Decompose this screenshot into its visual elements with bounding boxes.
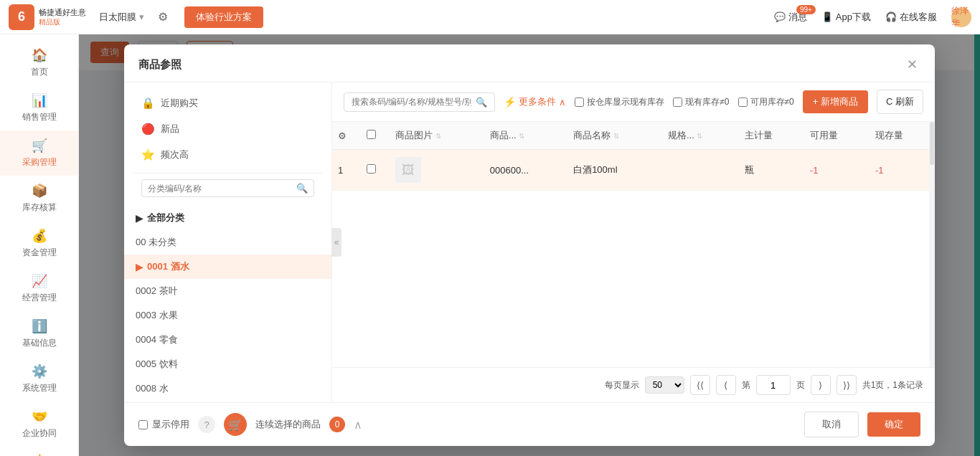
tree-item-tea[interactable]: 0002 茶叶 — [124, 279, 331, 303]
add-product-button[interactable]: + 新增商品 — [803, 90, 868, 113]
page-number-input[interactable] — [756, 375, 791, 395]
prev-page-btn[interactable]: ⟨ — [716, 375, 736, 395]
td-spec — [662, 150, 739, 191]
sidebar-item-sales[interactable]: 📊 销售管理 — [0, 85, 78, 130]
confirm-button[interactable]: 确定 — [867, 412, 920, 437]
lock-circle-icon: 🔒 — [141, 97, 155, 110]
tree-item-all[interactable]: ▶ 全部分类 — [124, 206, 331, 230]
modal-body: 🔒 近期购买 🔴 新品 ⭐ 频次高 — [124, 82, 935, 402]
triangle-icon: ▶ — [136, 213, 143, 224]
show-disabled-checkbox[interactable] — [138, 420, 148, 429]
available-stock-checkbox[interactable] — [738, 98, 748, 107]
tree-item-fruit[interactable]: 0003 水果 — [124, 303, 331, 328]
quick-filter-area: 🔒 近期购买 🔴 新品 ⭐ 频次高 — [124, 82, 331, 203]
page-label: 第 — [742, 379, 750, 391]
operations-icon: 📈 — [32, 273, 47, 289]
help-icon[interactable]: ? — [198, 416, 215, 433]
message-nav-item[interactable]: 💬 消息 99+ — [774, 11, 807, 24]
modal-header: 商品参照 ✕ — [124, 44, 935, 82]
sort-icon: ⇅ — [697, 132, 702, 140]
show-disabled-check[interactable]: 显示停用 — [138, 418, 189, 431]
th-image: 商品图片 ⇅ — [390, 122, 484, 150]
phone-icon: 📱 — [821, 11, 833, 22]
sidebar-item-home[interactable]: 🏠 首页 — [0, 40, 78, 85]
cart-icon[interactable]: 🛒 — [224, 413, 247, 436]
high-freq-filter[interactable]: ⭐ 频次高 — [133, 143, 323, 167]
left-panel: 🔒 近期购买 🔴 新品 ⭐ 频次高 — [124, 82, 332, 402]
more-filters-btn[interactable]: ⚡ 更多条件 ∧ — [504, 95, 566, 108]
modal-footer: 显示停用 ? 🛒 连续选择的商品 0 ∧ 取消 确定 — [124, 402, 935, 446]
sidebar-item-purchase[interactable]: 🛒 采购管理 — [0, 130, 78, 176]
tree-item-liquor[interactable]: ▶ 0001 酒水 — [124, 255, 331, 279]
td-unit: 瓶 — [739, 150, 804, 191]
row-checkbox[interactable] — [367, 164, 376, 174]
funnel-icon: ⚡ — [504, 96, 516, 108]
product-image: 🖼 — [395, 157, 421, 183]
sidebar-item-system[interactable]: ⚙️ 系统管理 — [0, 356, 78, 402]
try-industry-button[interactable]: 体验行业方案 — [184, 6, 263, 28]
close-icon[interactable]: ✕ — [903, 56, 920, 73]
cancel-button[interactable]: 取消 — [804, 412, 859, 437]
th-settings[interactable]: ⚙ — [332, 122, 361, 150]
warehouse-stock-checkbox[interactable] — [575, 98, 584, 107]
sort-icon: ⇅ — [613, 132, 619, 140]
logo-icon: 6 — [9, 4, 34, 30]
search-icon[interactable]: 🔍 — [296, 183, 308, 194]
product-search-input[interactable] — [352, 97, 471, 107]
last-page-btn[interactable]: ⟩⟩ — [837, 375, 857, 395]
triangle-selected-icon: ▶ — [136, 262, 143, 272]
per-page-select[interactable]: 50 100 200 — [645, 376, 684, 394]
sales-icon: 📊 — [32, 92, 47, 108]
search-submit-icon[interactable]: 🔍 — [476, 97, 487, 108]
system-icon: ⚙️ — [32, 364, 47, 379]
message-icon: 💬 — [774, 11, 786, 22]
td-code: 000600... — [484, 150, 567, 191]
sidebar-item-basic-info[interactable]: ℹ️ 基础信息 — [0, 311, 78, 356]
service-nav-item[interactable]: 🎧 在线客服 — [885, 11, 937, 24]
table-row[interactable]: 1 🖼 — [332, 150, 935, 191]
star-icon: ⭐ — [141, 148, 155, 161]
td-checkbox[interactable] — [361, 150, 390, 191]
sidebar-item-collab[interactable]: 🤝 企业协同 — [0, 402, 78, 447]
tree-item-snack[interactable]: 0004 零食 — [124, 328, 331, 352]
collapse-panel-btn[interactable]: « — [331, 228, 341, 257]
purchase-icon: 🛒 — [32, 138, 47, 153]
sidebar-item-guide[interactable]: 🔆 新手引导 — [0, 447, 78, 456]
recent-buy-filter[interactable]: 🔒 近期购买 — [133, 91, 323, 115]
product-table-area: ⚙ 商品图片 ⇅ — [332, 122, 935, 367]
th-name: 商品名称 ⇅ — [567, 122, 662, 150]
app-download-nav-item[interactable]: 📱 App下载 — [821, 11, 871, 24]
warehouse-stock-check[interactable]: 按仓库显示现有库存 — [575, 96, 664, 108]
new-product-filter[interactable]: 🔴 新品 — [133, 117, 323, 141]
avatar[interactable]: 徐泽华 — [951, 7, 971, 27]
current-stock-checkbox[interactable] — [673, 98, 682, 107]
th-unit: 主计量 — [739, 122, 804, 150]
tree-item-drinks[interactable]: 0005 饮料 — [124, 352, 331, 376]
td-no: 1 — [332, 150, 361, 191]
settings-icon[interactable]: ⚙ — [153, 7, 173, 27]
sidebar-item-inventory[interactable]: 📦 库存核算 — [0, 176, 78, 221]
select-all-checkbox[interactable] — [367, 130, 376, 139]
store-selector[interactable]: 日太阳膜 ▾ — [99, 11, 144, 24]
image-icon: 🖼 — [402, 163, 415, 178]
collab-icon: 🤝 — [32, 409, 47, 424]
available-stock-check[interactable]: 可用库存≠0 — [738, 96, 794, 108]
top-nav: 6 畅捷通好生意 精品版 日太阳膜 ▾ ⚙ 体验行业方案 💬 消息 99+ 📱 … — [0, 0, 980, 34]
tree-item-unclassified[interactable]: 00 未分类 — [124, 230, 331, 255]
category-search-input[interactable] — [148, 184, 296, 194]
next-page-btn[interactable]: ⟩ — [811, 375, 831, 395]
tree-item-water[interactable]: 0008 水 — [124, 376, 331, 401]
sidebar-item-operations[interactable]: 📈 经营管理 — [0, 266, 78, 311]
right-panel: 🔍 ⚡ 更多条件 ∧ 按仓库显示现有库存 — [332, 82, 935, 402]
current-stock-check[interactable]: 现有库存≠0 — [673, 96, 729, 108]
filter-bar: 🔍 ⚡ 更多条件 ∧ 按仓库显示现有库存 — [332, 82, 935, 122]
table-scrollbar[interactable] — [929, 122, 935, 367]
expand-icon[interactable]: ∧ — [354, 418, 362, 432]
finance-icon: 💰 — [32, 228, 47, 244]
sidebar-item-finance[interactable]: 💰 资金管理 — [0, 221, 78, 266]
first-page-btn[interactable]: ⟨⟨ — [690, 375, 710, 395]
scrollbar-thumb — [930, 122, 934, 165]
refresh-button[interactable]: C 刷新 — [877, 90, 923, 114]
pagination-bar: 每页显示 50 100 200 ⟨⟨ ⟨ 第 页 ⟩ — [332, 367, 935, 402]
tree-item-electronics[interactable]: 0010 家电 — [124, 401, 331, 402]
